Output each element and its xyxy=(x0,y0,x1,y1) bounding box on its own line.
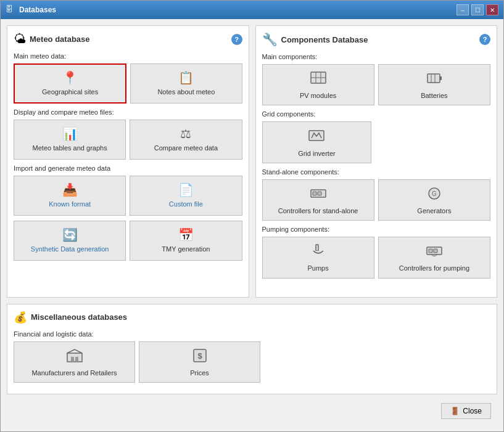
table-icon: 📊 xyxy=(62,126,78,141)
format-icon: 📥 xyxy=(62,182,78,197)
svg-rect-20 xyxy=(75,357,78,362)
tmy-icon: 📅 xyxy=(178,227,194,242)
manufacturers-icon xyxy=(66,347,83,366)
main-meteo-buttons: 📍 Geographical sites 📋 Notes about meteo xyxy=(14,63,242,104)
meteo-tables-label: Meteo tables and graphs xyxy=(33,144,107,152)
generators-label: Generators xyxy=(417,207,451,215)
meteo-help-button[interactable]: ? xyxy=(231,34,242,45)
prices-button[interactable]: $ Prices xyxy=(139,341,260,383)
misc-panel: 💰 Miscellaneous databases Financial and … xyxy=(7,304,497,394)
meteo-tables-button[interactable]: 📊 Meteo tables and graphs xyxy=(14,120,126,160)
pumps-label: Pumps xyxy=(308,264,329,272)
title-bar: 🗄 Databases – ☐ ✕ xyxy=(1,1,503,19)
main-components-label: Main components: xyxy=(262,53,491,60)
svg-rect-4 xyxy=(428,74,440,83)
components-help-button[interactable]: ? xyxy=(479,34,490,45)
ctrl-standalone-icon xyxy=(310,185,327,204)
pumps-button[interactable]: Pumps xyxy=(262,237,374,278)
prices-icon: $ xyxy=(191,347,209,366)
tmy-label: TMY generation xyxy=(162,245,210,253)
close-button[interactable]: 🚪 Close xyxy=(441,403,491,419)
svg-rect-19 xyxy=(71,357,74,362)
synthetic-icon: 🔄 xyxy=(62,227,78,242)
pumping-buttons: Pumps Controllers for pumping xyxy=(262,237,491,278)
main-meteo-label: Main meteo data: xyxy=(14,52,242,60)
battery-icon xyxy=(426,70,443,89)
notes-meteo-label: Notes about meteo xyxy=(157,88,215,96)
maximize-button[interactable]: ☐ xyxy=(471,4,484,15)
financial-label: Financial and logistic data: xyxy=(14,330,490,338)
display-meteo-buttons: 📊 Meteo tables and graphs ⚖ Compare mete… xyxy=(14,120,242,160)
notes-meteo-button[interactable]: 📋 Notes about meteo xyxy=(130,63,242,104)
generator-icon: G xyxy=(426,185,443,204)
title-buttons: – ☐ ✕ xyxy=(456,4,498,15)
components-icon: 🔧 xyxy=(262,32,278,47)
svg-rect-16 xyxy=(429,249,432,253)
minimize-button[interactable]: – xyxy=(456,4,469,15)
svg-rect-17 xyxy=(434,249,437,253)
custom-icon: 📄 xyxy=(178,182,194,197)
synthetic-data-label: Synthetic Data generation xyxy=(31,245,109,253)
pump-icon xyxy=(310,242,327,261)
components-panel-title: Components Database xyxy=(281,35,368,44)
synthetic-data-button[interactable]: 🔄 Synthetic Data generation xyxy=(14,221,126,261)
components-header-left: 🔧 Components Database xyxy=(262,32,368,47)
batteries-button[interactable]: Batteries xyxy=(378,64,490,105)
misc-buttons: Manufacturers and Retailers $ Prices xyxy=(14,341,260,383)
controllers-standalone-button[interactable]: Controllers for stand-alone xyxy=(262,179,374,221)
standalone-label: Stand-alone components: xyxy=(262,168,491,176)
prices-label: Prices xyxy=(190,369,209,377)
standalone-buttons: Controllers for stand-alone G Generators xyxy=(262,179,491,221)
misc-panel-header: 💰 Miscellaneous databases xyxy=(14,311,490,324)
grid-components-label: Grid components: xyxy=(262,110,491,118)
svg-rect-14 xyxy=(316,245,318,251)
window-icon: 🗄 xyxy=(6,5,15,15)
pumping-label: Pumping components: xyxy=(262,226,491,233)
meteo-panel-title: Meteo database xyxy=(30,35,90,44)
close-icon: 🚪 xyxy=(450,407,460,415)
svg-text:$: $ xyxy=(197,351,202,361)
import-row1-buttons: 📥 Known format 📄 Custom file xyxy=(14,176,242,216)
grid-inverter-label: Grid inverter xyxy=(298,150,336,158)
window-title: Databases xyxy=(19,6,56,14)
geographical-sites-label: Geographical sites xyxy=(42,88,98,96)
compare-meteo-button[interactable]: ⚖ Compare meteo data xyxy=(130,120,242,160)
manufacturers-button[interactable]: Manufacturers and Retailers xyxy=(14,341,135,383)
pv-icon xyxy=(310,70,327,89)
main-content: 🌤 Meteo database ? Main meteo data: 📍 Ge… xyxy=(1,19,503,431)
known-format-button[interactable]: 📥 Known format xyxy=(14,176,126,216)
tmy-generation-button[interactable]: 📅 TMY generation xyxy=(130,221,242,261)
controllers-standalone-label: Controllers for stand-alone xyxy=(278,207,358,215)
geo-icon: 📍 xyxy=(62,70,78,85)
misc-icon: 💰 xyxy=(14,311,27,324)
main-window: 🗄 Databases – ☐ ✕ 🌤 Meteo database ? xyxy=(0,0,504,432)
svg-rect-5 xyxy=(440,76,442,80)
misc-panel-title: Miscellaneous databases xyxy=(31,312,127,322)
compare-icon: ⚖ xyxy=(180,126,191,141)
custom-file-button[interactable]: 📄 Custom file xyxy=(130,176,242,216)
meteo-icon: 🌤 xyxy=(14,32,26,46)
window-close-button[interactable]: ✕ xyxy=(486,4,498,15)
top-panels: 🌤 Meteo database ? Main meteo data: 📍 Ge… xyxy=(7,25,497,298)
compare-meteo-label: Compare meteo data xyxy=(154,144,218,152)
manufacturers-label: Manufacturers and Retailers xyxy=(31,369,117,377)
pv-modules-label: PV modules xyxy=(300,92,336,100)
import-meteo-label: Import and generate meteo data xyxy=(14,165,242,172)
ctrl-pumping-icon xyxy=(426,242,443,261)
meteo-panel-header: 🌤 Meteo database ? xyxy=(14,32,242,46)
display-meteo-label: Display and compare meteo files: xyxy=(14,108,242,116)
generators-button[interactable]: G Generators xyxy=(378,179,490,221)
batteries-label: Batteries xyxy=(421,92,447,100)
controllers-pumping-button[interactable]: Controllers for pumping xyxy=(378,237,490,278)
svg-text:G: G xyxy=(432,190,437,197)
inverter-icon xyxy=(308,127,325,146)
grid-inverter-button[interactable]: Grid inverter xyxy=(262,121,372,163)
geographical-sites-button[interactable]: 📍 Geographical sites xyxy=(14,63,126,104)
svg-rect-18 xyxy=(67,353,82,362)
meteo-panel: 🌤 Meteo database ? Main meteo data: 📍 Ge… xyxy=(7,25,249,298)
known-format-label: Known format xyxy=(49,200,91,208)
pv-modules-button[interactable]: PV modules xyxy=(262,64,374,105)
meteo-header-left: 🌤 Meteo database xyxy=(14,32,90,46)
components-panel: 🔧 Components Database ? Main components: xyxy=(255,25,498,298)
footer: 🚪 Close xyxy=(7,401,497,425)
